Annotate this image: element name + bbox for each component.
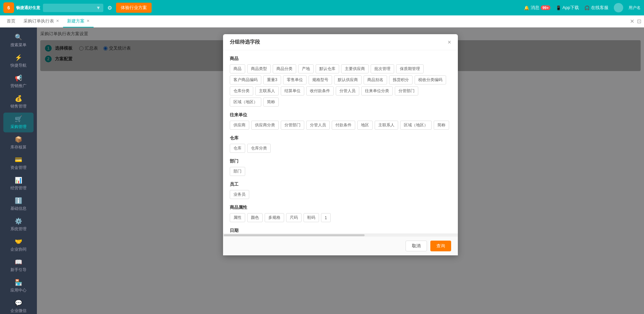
field-tag-payment-condition[interactable]: 付款条件	[332, 121, 355, 130]
tab-purchase-close[interactable]: ✕	[56, 19, 59, 23]
field-tag-manager[interactable]: 分管人员	[336, 86, 359, 96]
search-icon: ▼	[96, 5, 101, 10]
field-tag-goods-alias[interactable]: 商品别名	[364, 75, 387, 84]
field-tag-shoe-size[interactable]: 鞋码	[304, 213, 319, 222]
sidebar-item-basic[interactable]: ℹ️ 基础信息	[3, 194, 34, 214]
sidebar-item-marketing-label: 营销推广	[10, 83, 26, 89]
field-tag-region-goods[interactable]: 区域（地区）	[230, 98, 261, 107]
section-employee-fields: 业务员	[230, 190, 451, 199]
field-tag-salesperson[interactable]: 业务员	[230, 190, 249, 199]
section-product-attr-fields: 属性 颜色 多规格 尺码 鞋码 1	[230, 213, 451, 222]
user-name: 用户名	[629, 5, 641, 11]
field-tag-warehouse[interactable]: 仓库	[230, 144, 245, 153]
online-service-item[interactable]: 🎧 在线客服	[584, 5, 608, 11]
basic-icon: ℹ️	[15, 197, 22, 204]
avatar[interactable]	[614, 3, 623, 12]
section-department-fields: 部门	[230, 167, 451, 176]
field-tag-origin[interactable]: 产地	[298, 64, 314, 73]
expand-button[interactable]: ⊡	[637, 18, 641, 24]
field-tag-area[interactable]: 地区	[357, 121, 373, 130]
tab-purchase-execution[interactable]: 采购订单执行表 ✕	[19, 15, 63, 27]
field-tag-customer-code[interactable]: 客户商品编码	[230, 75, 261, 84]
confirm-button[interactable]: 查询	[430, 241, 451, 251]
sidebar-item-operation[interactable]: 📊 经营管理	[3, 174, 34, 194]
field-tag-department[interactable]: 部门	[230, 167, 245, 176]
field-tag-partner-category[interactable]: 往来单位分类	[361, 86, 393, 96]
tab-new-scheme[interactable]: 新建方案 ✕	[63, 15, 94, 27]
field-tag-color[interactable]: 颜色	[247, 213, 263, 222]
close-all-button[interactable]: ✕	[630, 18, 634, 24]
sales-icon: 💰	[15, 95, 22, 102]
modal-hscroll-thumb	[224, 234, 365, 236]
notification-badge: 99+	[541, 5, 550, 10]
field-tag-managing-dept[interactable]: 分管部门	[395, 86, 418, 96]
field-tag-settlement-unit[interactable]: 结算单位	[281, 86, 304, 96]
field-tag-warehouse-category[interactable]: 仓库分类	[230, 86, 253, 96]
sidebar-item-search[interactable]: 🔍 搜索菜单	[3, 31, 34, 51]
field-tag-partner-dept[interactable]: 分管部门	[281, 121, 304, 130]
sidebar-item-appstore[interactable]: 🏪 应用中心	[3, 276, 34, 296]
field-tag-partner-contact[interactable]: 主联系人	[375, 121, 398, 130]
section-goods: 商品 商品 商品类型 商品分类 产地 默认仓库 主要供应商 批次管理 保质期管理…	[230, 56, 451, 107]
app-download-item[interactable]: 📱 App下载	[556, 5, 579, 11]
field-tag-tax-code[interactable]: 税收分类编码	[415, 75, 446, 84]
logo-icon: 6	[3, 2, 14, 13]
sidebar-item-sales[interactable]: 💰 销售管理	[3, 92, 34, 112]
modal-horizontal-scrollbar[interactable]	[223, 234, 458, 236]
trial-button[interactable]: 体验行业方案	[116, 3, 152, 13]
sidebar-item-quicknav-label: 快捷导航	[10, 63, 26, 68]
field-tag-partner-manager[interactable]: 分管人员	[306, 121, 330, 130]
section-department: 部门 部门	[230, 158, 451, 176]
field-tag-multi-spec[interactable]: 多规格	[265, 213, 284, 222]
inventory-icon: 📦	[15, 136, 22, 143]
sidebar-item-operation-label: 经营管理	[10, 185, 26, 191]
sidebar-item-quicknav[interactable]: ⚡ 快捷导航	[3, 51, 34, 71]
modal-close-button[interactable]: ×	[447, 39, 451, 45]
sidebar-item-wechat-label: 企业微信	[10, 308, 26, 314]
field-tag-pick-points[interactable]: 拣货积分	[389, 75, 413, 84]
field-tag-default-warehouse[interactable]: 默认仓库	[316, 64, 339, 73]
field-tag-region-partner[interactable]: 区域（地区）	[400, 121, 432, 130]
settings-button[interactable]: ⚙	[106, 3, 113, 12]
field-tag-supplier[interactable]: 供应商	[230, 121, 249, 130]
field-tag-default-supplier[interactable]: 默认供应商	[334, 75, 362, 84]
field-tag-attr-1[interactable]: 1	[321, 213, 331, 222]
field-tag-goods-category[interactable]: 商品分类	[273, 64, 296, 73]
modal-body: 商品 商品 商品类型 商品分类 产地 默认仓库 主要供应商 批次管理 保质期管理…	[223, 50, 458, 234]
sidebar-item-collab[interactable]: 🤝 企业协同	[3, 235, 34, 255]
field-tag-partner-short[interactable]: 简称	[434, 121, 449, 130]
field-tag-weight3[interactable]: 重量3	[263, 75, 281, 84]
modal-header: 分组待选字段 ×	[223, 34, 458, 50]
field-tag-main-supplier[interactable]: 主要供应商	[341, 64, 369, 73]
field-tag-goods[interactable]: 商品	[230, 64, 245, 73]
field-tag-expiry-mgmt[interactable]: 保质期管理	[396, 64, 424, 73]
field-tag-batch-mgmt[interactable]: 批次管理	[371, 64, 394, 73]
sidebar-item-collab-label: 企业协同	[10, 247, 26, 252]
modal-overlay: 分组待选字段 × 商品 商品 商品类型 商品分类 产地 默认仓库	[37, 27, 644, 314]
section-partner-title: 往来单位	[230, 112, 451, 118]
field-tag-short-name[interactable]: 简称	[263, 98, 279, 107]
cancel-button[interactable]: 取消	[406, 241, 427, 251]
field-tag-spec-model[interactable]: 规格型号	[309, 75, 332, 84]
field-tag-retail-unit[interactable]: 零售单位	[283, 75, 307, 84]
sidebar-item-finance[interactable]: 💳 资金管理	[3, 153, 34, 173]
sidebar-item-marketing[interactable]: 📢 营销推广	[3, 72, 34, 91]
field-tag-warehouse-cat[interactable]: 仓库分类	[247, 144, 271, 153]
sidebar-item-purchase[interactable]: 🛒 采购管理	[3, 113, 34, 132]
search-input[interactable]	[43, 4, 103, 12]
guide-icon: 📖	[15, 258, 22, 266]
notification-item[interactable]: 🔔 消息 99+	[524, 5, 550, 11]
field-tag-size[interactable]: 尺码	[286, 213, 302, 222]
sidebar-item-system[interactable]: ⚙️ 系统管理	[3, 215, 34, 235]
field-tag-main-contact[interactable]: 主联系人	[255, 86, 279, 96]
top-right-area: 🔔 消息 99+ 📱 App下载 🎧 在线客服 用户名	[524, 3, 641, 12]
sidebar-item-wechat[interactable]: 💬 企业微信	[3, 297, 34, 314]
field-tag-payment-terms[interactable]: 收付款条件	[306, 86, 334, 96]
field-tag-supplier-category[interactable]: 供应商分类	[251, 121, 279, 130]
sidebar-item-inventory[interactable]: 📦 库存核算	[3, 133, 34, 153]
tab-home[interactable]: 首页	[3, 15, 19, 27]
field-tag-attribute[interactable]: 属性	[230, 213, 245, 222]
sidebar-item-guide[interactable]: 📖 新手引导	[3, 256, 34, 275]
tab-new-scheme-close[interactable]: ✕	[87, 19, 90, 23]
field-tag-goods-type[interactable]: 商品类型	[247, 64, 271, 73]
